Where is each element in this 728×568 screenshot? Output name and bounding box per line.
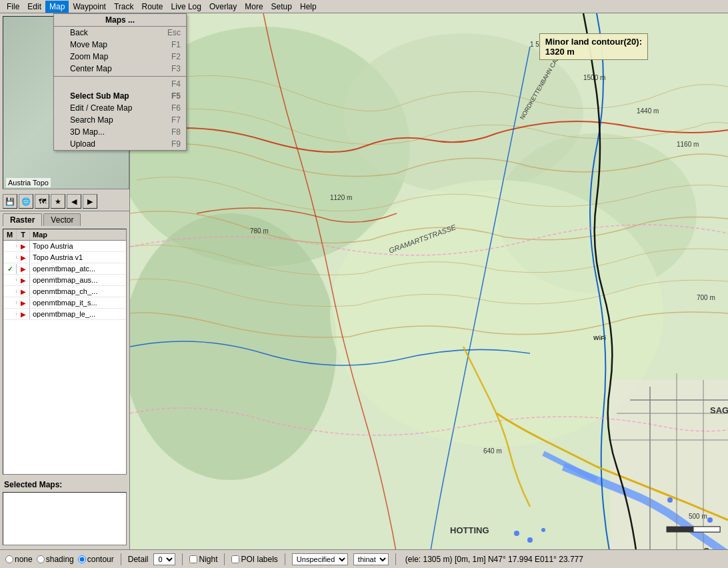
poi-labels-label: POI labels (241, 555, 277, 564)
svg-text:780 m: 780 m (250, 227, 269, 235)
svg-point-36 (707, 517, 713, 523)
menu-upload[interactable]: Upload F9 (54, 138, 186, 150)
profile-select[interactable]: thinat (353, 553, 389, 565)
map-row-3[interactable]: ▶ openmtbmap_aus... (3, 275, 126, 286)
map-row-2-name: openmtbmap_atc... (30, 263, 126, 274)
map-row-4-m (3, 290, 17, 293)
map-row-6-t: ▶ (17, 309, 30, 319)
svg-text:WiFi: WiFi (593, 335, 606, 341)
col-header-m: M (3, 229, 17, 240)
menu-route[interactable]: Route (138, 1, 167, 13)
map-list-header: M T Map (3, 229, 126, 241)
svg-text:700 m: 700 m (697, 294, 715, 301)
svg-rect-0 (130, 13, 728, 555)
austria-topo-label: Austria Topo (6, 178, 51, 187)
col-header-map: Map (30, 229, 126, 240)
menu-file[interactable]: File (3, 1, 23, 13)
svg-text:1120 m: 1120 m (330, 194, 352, 201)
menubar: File Edit Map Waypoint Track Route Live … (0, 0, 728, 13)
night-label: Night (199, 555, 217, 564)
menu-f4[interactable]: F4 (54, 78, 186, 90)
tooltip-line2: 1320 m (545, 47, 642, 57)
tab-raster[interactable]: Raster (3, 213, 42, 226)
map-row-5-t: ▶ (17, 297, 30, 308)
radio-shading-input[interactable] (37, 555, 45, 563)
radio-shading[interactable]: shading (37, 555, 74, 564)
svg-text:1500 m: 1500 m (583, 74, 605, 81)
map-row-1-name: Topo Austria v1 (30, 252, 126, 263)
map-row-6[interactable]: ▶ openmtbmap_le_... (3, 309, 126, 320)
poi-labels-toggle[interactable]: POI labels (231, 555, 277, 564)
menu-back[interactable]: Back Esc (54, 27, 186, 39)
menu-map[interactable]: Map (45, 1, 69, 13)
toolbar-map-btn[interactable]: 🗺 (35, 194, 49, 209)
radio-contour-input[interactable] (78, 555, 86, 563)
tab-vector[interactable]: Vector (43, 213, 81, 226)
map-row-3-name: openmtbmap_aus... (30, 275, 126, 285)
svg-rect-6 (610, 380, 728, 555)
map-row-1-t: ▶ (17, 252, 30, 263)
detail-label: Detail (128, 555, 149, 564)
menu-search-map[interactable]: Search Map F7 (54, 114, 186, 126)
menu-select-sub-map[interactable]: Select Sub Map F5 (54, 90, 186, 102)
radio-contour[interactable]: contour (78, 555, 114, 564)
menu-edit[interactable]: Edit (23, 1, 45, 13)
radio-none-label: none (15, 555, 33, 564)
menu-track[interactable]: Track (110, 1, 138, 13)
svg-point-35 (667, 497, 673, 503)
toolbar-prev-btn[interactable]: ◀ (67, 194, 81, 209)
svg-point-5 (330, 180, 663, 447)
map-row-6-m (3, 313, 17, 315)
svg-rect-28 (667, 527, 720, 532)
menu-more[interactable]: More (241, 1, 267, 13)
svg-text:1440 m: 1440 m (637, 107, 659, 115)
tab-row: Raster Vector (0, 211, 129, 226)
night-checkbox[interactable] (189, 555, 197, 563)
map-row-4[interactable]: ▶ openmtbmap_ch_... (3, 286, 126, 297)
map-area[interactable]: GRAMARTSTRASSE HOTTING SAGGEN NORDKETTEN… (130, 13, 728, 555)
map-canvas: GRAMARTSTRASSE HOTTING SAGGEN NORDKETTEN… (130, 13, 728, 555)
coordinates-display: (ele: 1305 m) [0m, 1m] N47° 17.994 E011°… (405, 555, 583, 564)
toolbar-save-btn[interactable]: 💾 (3, 194, 17, 209)
map-row-2-t: ▶ (17, 263, 30, 274)
menu-waypoint[interactable]: Waypoint (69, 1, 110, 13)
map-tooltip: Minor land contour(20): 1320 m (539, 33, 648, 60)
map-row-0-t: ▶ (17, 241, 30, 251)
map-row-1[interactable]: ▶ Topo Austria v1 (3, 252, 126, 263)
menu-zoom-map[interactable]: Zoom Map F2 (54, 51, 186, 63)
poi-checkbox[interactable] (231, 555, 239, 563)
map-row-5-name: openmtbmap_it_s... (30, 297, 126, 308)
map-row-0[interactable]: ▶ Topo Austria (3, 241, 126, 252)
menu-3d-map[interactable]: 3D Map... F8 (54, 126, 186, 138)
radio-none-input[interactable] (5, 555, 13, 563)
toolbar-next-btn[interactable]: ▶ (83, 194, 97, 209)
display-mode-group: none shading contour (5, 555, 114, 564)
svg-rect-30 (693, 527, 720, 532)
night-toggle[interactable]: Night (189, 555, 217, 564)
map-row-0-m (3, 245, 17, 247)
svg-point-33 (527, 537, 533, 543)
menu-edit-create-map[interactable]: Edit / Create Map F6 (54, 102, 186, 114)
menu-setup[interactable]: Setup (267, 1, 296, 13)
detail-select[interactable]: 0 1234 (153, 553, 175, 565)
menu-help[interactable]: Help (296, 1, 321, 13)
menu-center-map[interactable]: Center Map F3 (54, 63, 186, 75)
map-row-1-m (3, 256, 17, 259)
unspecified-select[interactable]: Unspecified (292, 553, 348, 565)
menu-overlay[interactable]: Overlay (205, 1, 241, 13)
svg-point-34 (541, 528, 545, 532)
menu-livelog[interactable]: Live Log (167, 1, 205, 13)
svg-point-3 (130, 213, 337, 480)
map-row-2[interactable]: ✓ ▶ openmtbmap_atc... (3, 263, 126, 275)
toolbar-globe-btn[interactable]: 🌐 (19, 194, 33, 209)
menu-move-map[interactable]: Move Map F1 (54, 39, 186, 51)
map-row-4-t: ▶ (17, 286, 30, 297)
toolbar-star-btn[interactable]: ★ (51, 194, 65, 209)
svg-text:500 m: 500 m (689, 513, 707, 520)
map-row-5[interactable]: ▶ openmtbmap_it_s... (3, 297, 126, 309)
maps-dropdown-title: Maps ... (54, 14, 186, 27)
radio-none[interactable]: none (5, 555, 33, 564)
svg-text:HOTTING: HOTTING (450, 525, 489, 535)
selected-maps-area (3, 492, 127, 545)
map-row-2-m: ✓ (3, 264, 17, 274)
